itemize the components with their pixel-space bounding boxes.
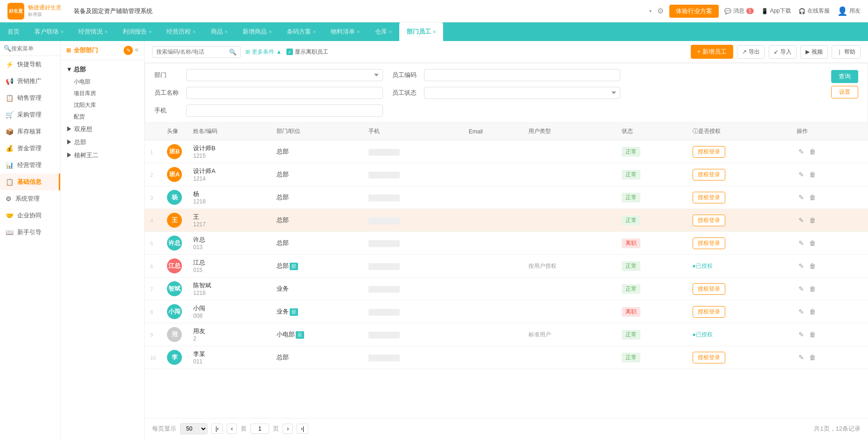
view-btn[interactable]: ▶ 视频 <box>800 45 828 59</box>
sidebar-item-inventory[interactable]: 📦 库存核算 <box>0 123 60 140</box>
edit-btn[interactable]: ✎ <box>797 170 806 179</box>
sidebar-item-sales[interactable]: 📋 销售管理 <box>0 90 60 106</box>
nav-tab-商品[interactable]: 商品× <box>203 22 235 41</box>
nav-tab-经营历程[interactable]: 经营历程× <box>159 22 203 41</box>
emp-status-select[interactable] <box>424 87 621 99</box>
dept-node-zongbu[interactable]: ▼ 总部小电部项目库房沈阳大库配货 <box>61 63 144 123</box>
auth-login-btn[interactable]: 授权登录 <box>693 283 725 295</box>
phone-input[interactable] <box>186 105 383 117</box>
edit-btn[interactable]: ✎ <box>797 307 806 316</box>
per-page-select[interactable]: 50 100 <box>180 423 208 434</box>
delete-btn[interactable]: 🗑 <box>807 147 818 156</box>
delete-btn[interactable]: 🗑 <box>807 284 818 293</box>
tab-close-icon[interactable]: × <box>193 29 195 35</box>
col-header-0[interactable] <box>145 123 161 140</box>
settings-icon[interactable]: ⚙ <box>657 7 664 15</box>
edit-btn[interactable]: ✎ <box>797 216 806 225</box>
sidebar-item-guide[interactable]: 📖 新手引导 <box>0 224 60 241</box>
nav-tab-经营情况[interactable]: 经营情况× <box>71 22 115 41</box>
sidebar-item-marketing[interactable]: 📢 营销推广 <box>0 73 60 90</box>
tab-close-icon[interactable]: × <box>61 29 63 35</box>
edit-btn[interactable]: ✎ <box>797 353 806 362</box>
reset-btn[interactable]: 设置 <box>831 86 858 98</box>
add-emp-btn[interactable]: + 新增员工 <box>691 45 733 59</box>
tab-close-icon[interactable]: × <box>433 29 436 35</box>
nav-tab-条码方案[interactable]: 条码方案× <box>279 22 323 41</box>
help-btn[interactable]: ｜ 帮助 <box>832 45 861 59</box>
more-filter-btn[interactable]: ⊞ 更多条件 ▲ <box>245 48 282 56</box>
nav-tab-物料清单[interactable]: 物料清单× <box>323 22 367 41</box>
message-btn[interactable]: 💬 消息 5 <box>724 7 754 15</box>
auth-login-btn[interactable]: 授权登录 <box>693 237 725 249</box>
emp-code-input[interactable] <box>424 69 621 81</box>
auth-login-btn[interactable]: 授权登录 <box>693 352 725 363</box>
edit-dept-btn[interactable]: ✎ <box>124 46 133 55</box>
exp-btn[interactable]: 体验行业方案 <box>669 5 719 18</box>
auth-login-btn[interactable]: 授权登录 <box>693 169 725 181</box>
query-btn[interactable]: 查询 <box>831 70 858 83</box>
app-download-btn[interactable]: 📱 App下载 <box>761 7 791 15</box>
sidebar-item-finance[interactable]: 💰 资金管理 <box>0 140 60 157</box>
sidebar-item-system[interactable]: ⚙ 系统管理 <box>0 190 60 207</box>
delete-btn[interactable]: 🗑 <box>807 238 818 248</box>
nav-tab-利润报告[interactable]: 利润报告× <box>115 22 159 41</box>
auth-login-btn[interactable]: 授权登录 <box>693 215 725 226</box>
tab-close-icon[interactable]: × <box>149 29 152 35</box>
dept-node-zongbu2[interactable]: ▶ 总部 <box>61 136 144 149</box>
show-resigned-checkbox[interactable]: ✓ <box>286 49 293 55</box>
delete-btn[interactable]: 🗑 <box>807 193 818 202</box>
next-page-btn[interactable]: › <box>283 424 293 434</box>
tab-close-icon[interactable]: × <box>389 29 392 35</box>
nav-tab-新增商品[interactable]: 新增商品× <box>235 22 279 41</box>
delete-btn[interactable]: 🗑 <box>807 330 818 339</box>
sidebar-item-cooperation[interactable]: 🤝 企业协同 <box>0 207 60 224</box>
nav-tab-部门员工[interactable]: 部门员工× <box>399 22 443 41</box>
emp-name-input[interactable] <box>186 87 383 99</box>
last-page-btn[interactable]: ›| <box>297 424 308 434</box>
first-page-btn[interactable]: |‹ <box>211 424 223 434</box>
tab-close-icon[interactable]: × <box>357 29 360 35</box>
online-service-btn[interactable]: 🎧 在线客服 <box>799 7 830 15</box>
dept-select[interactable] <box>186 69 383 81</box>
delete-btn[interactable]: 🗑 <box>807 307 818 316</box>
edit-btn[interactable]: ✎ <box>797 147 806 156</box>
sidebar-item-purchase[interactable]: 🛒 采购管理 <box>0 106 60 123</box>
tab-close-icon[interactable]: × <box>269 29 271 35</box>
edit-btn[interactable]: ✎ <box>797 284 806 293</box>
dept-node-shenyangdacheng[interactable]: 沈阳大库 <box>70 99 144 111</box>
sidebar-item-quick-nav[interactable]: ⚡ 快捷导航 <box>0 56 60 73</box>
nav-tab-客户联络[interactable]: 客户联络× <box>27 22 71 41</box>
search-emp-input[interactable] <box>156 49 226 55</box>
dept-node-bomiuwanger[interactable]: ▶ 植树王二 <box>61 149 144 162</box>
dept-node-shuangzuixiang[interactable]: ▶ 双座想 <box>61 123 144 136</box>
page-num-input[interactable] <box>250 424 269 434</box>
dept-node-xiaodianbu[interactable]: 小电部 <box>70 76 144 88</box>
tab-close-icon[interactable]: × <box>225 29 228 35</box>
export-btn[interactable]: ↗ 导出 <box>737 45 765 59</box>
collapse-panel-btn[interactable]: « <box>135 46 139 55</box>
search-box[interactable]: 🔍 <box>152 46 241 58</box>
sys-title-dropdown-icon[interactable]: ▾ <box>649 8 652 14</box>
delete-btn[interactable]: 🗑 <box>807 170 818 179</box>
delete-btn[interactable]: 🗑 <box>807 353 818 362</box>
edit-btn[interactable]: ✎ <box>797 330 806 339</box>
edit-btn[interactable]: ✎ <box>797 193 806 202</box>
dept-node-xiangmukukuang[interactable]: 项目库房 <box>70 88 144 99</box>
edit-btn[interactable]: ✎ <box>797 261 806 271</box>
auth-login-btn[interactable]: 授权登录 <box>693 306 725 318</box>
dept-node-peihuo[interactable]: 配货 <box>70 111 144 123</box>
import-btn[interactable]: ↙ 导入 <box>769 45 797 59</box>
tab-close-icon[interactable]: × <box>313 29 316 35</box>
user-btn[interactable]: 👤 用友 <box>837 6 861 16</box>
tab-close-icon[interactable]: × <box>104 29 107 35</box>
edit-btn[interactable]: ✎ <box>797 238 806 248</box>
nav-tab-仓库[interactable]: 仓库× <box>368 22 399 41</box>
sidebar-search[interactable]: 🔍 <box>0 41 60 56</box>
show-resigned-label[interactable]: ✓ 显示离职员工 <box>286 48 328 56</box>
auth-login-btn[interactable]: 授权登录 <box>693 192 725 203</box>
prev-page-btn[interactable]: ‹ <box>227 424 237 434</box>
sidebar-item-operations[interactable]: 📊 经营管理 <box>0 157 60 174</box>
delete-btn[interactable]: 🗑 <box>807 216 818 225</box>
sidebar-item-basic-info[interactable]: 📋 基础信息 <box>0 174 60 190</box>
nav-tab-首页[interactable]: 首页 <box>0 22 27 41</box>
